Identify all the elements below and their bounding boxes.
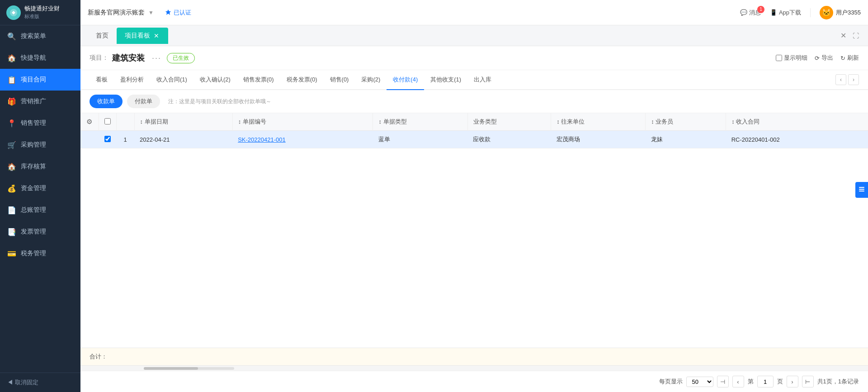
sub-nav-item-5[interactable]: 税务发票(0): [280, 70, 324, 89]
sidebar-item-5[interactable]: 🛒采购管理: [0, 134, 80, 156]
svg-rect-2: [859, 189, 864, 190]
sidebar-item-9[interactable]: 📑发票管理: [0, 221, 80, 243]
first-page-button[interactable]: ⊣: [717, 376, 729, 387]
user-button[interactable]: 🐱 用户3355: [820, 6, 861, 19]
sidebar-unpin-button[interactable]: ◀ 取消固定: [0, 373, 80, 392]
sidebar-item-3[interactable]: 🎁营销推广: [0, 91, 80, 112]
table-row[interactable]: 1 2022-04-21 SK-20220421-001 蓝单 应收款 宏茂商场…: [80, 131, 868, 148]
sub-nav-item-2[interactable]: 收入合同(1): [150, 70, 193, 89]
sub-nav-item-4[interactable]: 销售发票(0): [237, 70, 280, 89]
last-page-button[interactable]: ⊢: [802, 376, 814, 387]
nav-label-6: 库存核算: [21, 163, 46, 171]
nav-icon-6: 🏠: [7, 162, 16, 171]
page-label: 第: [748, 378, 754, 386]
page-end-label: 页: [777, 378, 783, 386]
th-code-label: 单据编号: [243, 118, 266, 125]
td-code-0[interactable]: SK-20220421-001: [232, 131, 373, 148]
nav-icon-8: 📄: [7, 206, 16, 215]
td-type-0: 蓝单: [373, 131, 467, 148]
sub-nav-item-3[interactable]: 收入确认(2): [193, 70, 237, 89]
app-name: 畅捷通好业财: [24, 5, 60, 13]
sidebar-item-8[interactable]: 📄总账管理: [0, 199, 80, 221]
sub-nav-prev[interactable]: ‹: [835, 74, 846, 85]
unpin-label: ◀ 取消固定: [7, 378, 38, 387]
tab-project-board[interactable]: 项目看板 ✕: [117, 28, 168, 44]
nav-icon-9: 📑: [7, 227, 16, 236]
sidebar-item-2[interactable]: 📋项目合同: [0, 69, 80, 91]
prev-page-button[interactable]: ‹: [732, 376, 744, 387]
sub-nav-item-0[interactable]: 看板: [90, 70, 114, 89]
sidebar-item-0[interactable]: 🔍搜索菜单: [0, 25, 80, 47]
td-partner-0: 宏茂商场: [551, 131, 646, 148]
sub-nav-item-1[interactable]: 盈利分析: [114, 70, 150, 89]
th-date[interactable]: ↕ 单据日期: [134, 113, 232, 131]
horizontal-scrollbar-track[interactable]: [144, 367, 234, 370]
th-contract[interactable]: ↕ 收入合同: [726, 113, 868, 131]
tab-close-button[interactable]: ✕: [153, 32, 160, 39]
th-biz-type: 业务类型: [467, 113, 551, 131]
nav-label-1: 快捷导航: [21, 54, 46, 62]
nav-icon-4: 📍: [7, 119, 16, 128]
show-detail-checkbox[interactable]: 显示明细: [776, 54, 807, 62]
account-dropdown-icon[interactable]: ▼: [148, 10, 154, 16]
th-partner[interactable]: ↕ 往来单位: [551, 113, 646, 131]
next-page-button[interactable]: ›: [787, 376, 798, 387]
nav-icon-3: 🎁: [7, 97, 16, 106]
sidebar-item-4[interactable]: 📍销售管理: [0, 112, 80, 134]
right-action-bar[interactable]: [855, 182, 868, 198]
td-biz-type-0: 应收款: [467, 131, 551, 148]
td-contract-0: RC-20220401-002: [726, 131, 868, 148]
app-download-button[interactable]: 📱 App下载: [770, 9, 801, 17]
topbar: 新服务官网演示账套 ▼ 已认证 💬 消息 1 📱 App下载 🐱: [80, 0, 868, 25]
project-status-badge: 已生效: [167, 53, 195, 63]
th-settings[interactable]: [80, 113, 99, 131]
sub-tab-0[interactable]: 收款单: [90, 95, 123, 108]
nav-icon-1: 🏠: [7, 53, 16, 62]
horizontal-scrollbar-thumb[interactable]: [144, 367, 198, 370]
window-close-button[interactable]: ✕: [838, 31, 848, 41]
account-name: 新服务官网演示账套: [88, 9, 145, 17]
th-salesperson[interactable]: ↕ 业务员: [646, 113, 726, 131]
pagination: 每页显示 50 100 200 ⊣ ‹ 第 页 › ⊢ 共1页，1条记录: [80, 371, 868, 392]
sidebar-item-6[interactable]: 🏠库存核算: [0, 156, 80, 177]
show-detail-input[interactable]: [776, 55, 782, 61]
page-number-input[interactable]: [757, 376, 774, 387]
sub-nav-item-8[interactable]: 收付款(4): [387, 70, 424, 90]
messages-button[interactable]: 💬 消息 1: [740, 9, 761, 17]
th-type[interactable]: ↕ 单据类型: [373, 113, 467, 131]
sub-nav-item-9[interactable]: 其他收支(1): [424, 70, 467, 89]
th-checkbox: [99, 113, 116, 131]
project-name: 建筑安装: [112, 53, 145, 63]
row-checkbox-0[interactable]: [104, 136, 111, 142]
sidebar-logo: 畅捷通好业财 标准版: [0, 0, 80, 25]
sub-nav-next[interactable]: ›: [848, 74, 859, 85]
sub-nav: 看板盈利分析收入合同(1)收入确认(2)销售发票(0)税务发票(0)销售(0)采…: [80, 70, 868, 90]
logo-icon: [6, 5, 21, 20]
code-link-0[interactable]: SK-20220421-001: [238, 136, 286, 143]
table-header-row: ↕ 单据日期 ↕ 单据编号 ↕ 单据类型 业务类型 ↕ 往来单位 ↕ 业务员 ↕…: [80, 113, 868, 131]
sub-nav-item-7[interactable]: 采购(2): [355, 70, 387, 89]
nav-label-10: 税务管理: [21, 249, 46, 258]
refresh-button[interactable]: ↻ 刷新: [840, 54, 859, 62]
sidebar-item-7[interactable]: 💰资金管理: [0, 177, 80, 199]
sub-nav-item-6[interactable]: 销售(0): [324, 70, 355, 89]
export-button[interactable]: ⟳ 导出: [815, 54, 833, 62]
more-icon[interactable]: ···: [152, 53, 161, 63]
sub-tab-1[interactable]: 付款单: [127, 95, 160, 108]
td-settings-0: [80, 131, 99, 148]
window-maximize-button[interactable]: ⛶: [851, 31, 861, 41]
th-num: [116, 113, 134, 131]
th-biz-type-label: 业务类型: [473, 118, 497, 125]
settings-icon: [86, 119, 92, 125]
select-all-checkbox[interactable]: [104, 118, 111, 124]
per-page-select[interactable]: 50 100 200: [686, 377, 713, 387]
message-badge: 1: [757, 6, 764, 13]
th-code[interactable]: ↕ 单据编号: [232, 113, 373, 131]
sidebar-item-1[interactable]: 🏠快捷导航: [0, 47, 80, 69]
sidebar-item-10[interactable]: 💳税务管理: [0, 243, 80, 264]
page-title: 项目： 建筑安装: [90, 53, 145, 63]
tab-home[interactable]: 首页: [88, 28, 117, 44]
content-area: 项目： 建筑安装 ··· 已生效 显示明细 ⟳ 导出 ↻ 刷新: [80, 46, 868, 392]
sub-nav-item-10[interactable]: 出入库: [467, 70, 498, 89]
main-area: 新服务官网演示账套 ▼ 已认证 💬 消息 1 📱 App下载 🐱: [80, 0, 868, 392]
